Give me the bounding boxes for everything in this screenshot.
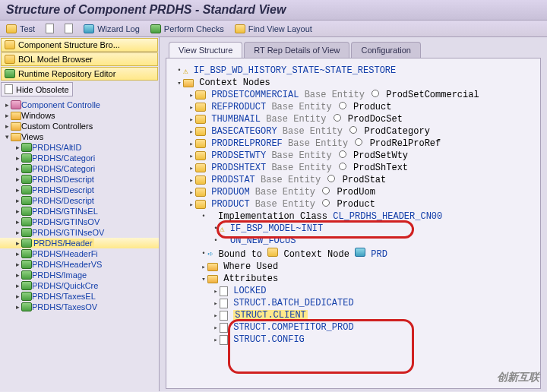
tree-item[interactable]: ▸Windows bbox=[0, 110, 159, 121]
expander-icon[interactable]: ▸ bbox=[14, 229, 21, 236]
tree-item[interactable]: ▸PRDHS/Image bbox=[0, 270, 159, 280]
expander-icon[interactable]: ▸ bbox=[14, 165, 21, 172]
content-tree-item[interactable]: ▸ REFPRODUCT Base Entity Product bbox=[172, 101, 534, 113]
expander-icon[interactable]: ▾ bbox=[3, 133, 11, 141]
expander-icon[interactable]: ▸ bbox=[3, 101, 11, 109]
expander-icon[interactable]: ▸ bbox=[14, 282, 21, 289]
expander-icon[interactable]: ▸ bbox=[14, 186, 21, 194]
expander-icon[interactable]: ▸ bbox=[3, 122, 11, 130]
tree-item[interactable]: ▸PRDHS/HeaderVS bbox=[0, 259, 159, 270]
content-tree-item[interactable]: ▸ PRODSHTEXT Base Entity ProdShText bbox=[172, 162, 534, 174]
content-tree-item[interactable]: ▾ Context Nodes bbox=[172, 77, 534, 89]
expander-icon[interactable]: • bbox=[175, 67, 183, 74]
content-tree-item[interactable]: ▸ STRUCT.CONFIG bbox=[172, 334, 534, 346]
expander-icon[interactable]: ▸ bbox=[212, 299, 220, 308]
content-tree-item[interactable]: ▸ PRODUCT Base Entity Product bbox=[172, 198, 534, 210]
tree-item[interactable]: ▸PRDHS/GTINsOV bbox=[0, 217, 159, 227]
expander-icon[interactable]: ▸ bbox=[3, 112, 11, 119]
radio-icon[interactable] bbox=[339, 150, 346, 158]
test-button[interactable]: Test bbox=[6, 24, 35, 33]
content-tree-item[interactable]: ▸ STRUCT.BATCH_DEDICATED bbox=[172, 297, 534, 309]
content-tree-item[interactable]: •⚠ IF_BSP_WD_HISTORY_STATE~STATE_RESTORE bbox=[172, 65, 534, 77]
radio-icon[interactable] bbox=[349, 126, 357, 134]
radio-icon[interactable] bbox=[322, 199, 330, 207]
expander-icon[interactable]: • bbox=[200, 213, 207, 220]
content-tree-item[interactable]: ▸ PRDSETCOMMERCIAL Base Entity ProdSetCo… bbox=[172, 89, 534, 101]
content-tree-item[interactable]: •ON_NEW_FOCUS bbox=[172, 235, 534, 247]
content-tree-item[interactable]: ▸ PRODSTAT Base Entity ProdStat bbox=[172, 174, 534, 186]
content-tree-item[interactable]: ▸ PRODRELPROREF Base Entity ProdRelProRe… bbox=[172, 138, 534, 150]
tree-item[interactable]: ▸PRDHS/Categori bbox=[0, 153, 159, 163]
tab-configuration[interactable]: Configuration bbox=[351, 42, 420, 58]
radio-icon[interactable] bbox=[355, 138, 362, 146]
tree-item[interactable]: ▸PRDHS/TaxesOV bbox=[0, 302, 159, 312]
tree-item[interactable]: ▸PRDHS/AltID bbox=[0, 142, 159, 153]
radio-icon[interactable] bbox=[372, 90, 379, 97]
tree-item[interactable]: ▸PRDHS/GTINseOV bbox=[0, 227, 159, 238]
expander-icon[interactable]: ▸ bbox=[188, 201, 195, 209]
expander-icon[interactable]: ▸ bbox=[188, 103, 195, 112]
tree-item[interactable]: ▸PRDHS/Descript bbox=[0, 195, 159, 206]
component-structure-browser-button[interactable]: Component Structure Bro... bbox=[1, 38, 158, 52]
tree-item[interactable]: ▸PRDHS/Descript bbox=[0, 185, 159, 195]
tree-item[interactable]: ▸PRDHS/Header bbox=[0, 238, 159, 248]
expander-icon[interactable]: ▸ bbox=[14, 144, 21, 151]
expander-icon[interactable]: ▸ bbox=[14, 207, 21, 215]
expander-icon[interactable]: ▸ bbox=[212, 324, 220, 332]
expander-icon[interactable]: ▸ bbox=[188, 164, 195, 172]
content-tree-item[interactable]: ▸ LOCKED bbox=[172, 285, 534, 297]
expander-icon[interactable]: ▸ bbox=[188, 128, 195, 136]
expander-icon[interactable]: ▸ bbox=[14, 175, 21, 183]
expander-icon[interactable]: ▸ bbox=[212, 336, 220, 344]
blank-btn2[interactable] bbox=[65, 24, 73, 33]
tab-rt-rep[interactable]: RT Rep Details of View bbox=[244, 42, 349, 58]
expander-icon[interactable]: ▸ bbox=[14, 250, 21, 258]
tree-item[interactable]: ▸Custom Controllers bbox=[0, 121, 159, 131]
expander-icon[interactable]: ▸ bbox=[188, 152, 195, 160]
hide-obsolete-button[interactable]: Hide Obsolete bbox=[1, 82, 73, 96]
content-tree-item[interactable]: ▾ Attributes bbox=[172, 273, 534, 285]
runtime-repository-editor-button[interactable]: Runtime Repository Editor bbox=[1, 67, 158, 81]
expander-icon[interactable]: ▸ bbox=[188, 140, 195, 148]
content-tree-item[interactable]: ▸ Where Used bbox=[172, 261, 534, 273]
expander-icon[interactable]: • bbox=[212, 237, 220, 245]
tree-item[interactable]: ▸PRDHS/Categori bbox=[0, 163, 159, 174]
content-tree-item[interactable]: ▸ THUMBNAIL Base Entity ProdDocSet bbox=[172, 113, 534, 125]
tree-item[interactable]: ▸PRDHS/HeaderFi bbox=[0, 248, 159, 259]
tree-item[interactable]: ▸PRDHS/TaxesEL bbox=[0, 291, 159, 302]
tree-item[interactable]: ▾Views bbox=[0, 131, 159, 142]
expander-icon[interactable]: • bbox=[212, 225, 220, 232]
expander-icon[interactable]: ▸ bbox=[188, 176, 195, 185]
expander-icon[interactable]: ▸ bbox=[14, 197, 21, 204]
expander-icon[interactable]: ▸ bbox=[14, 154, 21, 162]
content-tree-item[interactable]: ▸ PRODUOM Base Entity ProdUom bbox=[172, 186, 534, 198]
expander-icon[interactable]: ▸ bbox=[14, 303, 21, 311]
expander-icon[interactable]: ▾ bbox=[200, 275, 207, 283]
expander-icon[interactable]: ▸ bbox=[14, 292, 21, 300]
tab-view-structure[interactable]: View Structure bbox=[169, 42, 242, 58]
expander-icon[interactable]: ▸ bbox=[14, 218, 21, 226]
expander-icon[interactable]: ▸ bbox=[200, 263, 207, 271]
content-tree-item[interactable]: •⚠ IF_BSP_MODEL~INIT bbox=[172, 223, 534, 235]
content-tree-item[interactable]: •Implementation Class CL_PRDHS_HEADER_CN… bbox=[172, 210, 534, 223]
content-tree-item[interactable]: •➪ Bound to Context Node PRD bbox=[172, 247, 534, 261]
wizard-log-button[interactable]: Wizard Log bbox=[84, 24, 140, 33]
content-tree-item[interactable]: ▸ STRUCT.COMPETITOR_PROD bbox=[172, 321, 534, 334]
find-view-layout-button[interactable]: Find View Layout bbox=[235, 24, 312, 33]
expander-icon[interactable]: ▸ bbox=[212, 287, 220, 296]
content-tree-item[interactable]: ▸ PRODSETWTY Base Entity ProdSetWty bbox=[172, 150, 534, 162]
expander-icon[interactable]: ▸ bbox=[188, 188, 195, 197]
radio-icon[interactable] bbox=[327, 175, 335, 182]
tree-item[interactable]: ▸Component Controlle bbox=[0, 100, 159, 110]
expander-icon[interactable]: ▸ bbox=[212, 311, 220, 320]
expander-icon[interactable]: ▸ bbox=[14, 261, 21, 268]
expander-icon[interactable]: ▸ bbox=[188, 91, 195, 100]
expander-icon[interactable]: ▸ bbox=[188, 115, 195, 124]
content-tree-item[interactable]: ▸ BASECATEGORY Base Entity ProdCategory bbox=[172, 125, 534, 138]
bol-model-browser-button[interactable]: BOL Model Browser bbox=[1, 52, 158, 66]
expander-icon[interactable]: ▸ bbox=[14, 239, 21, 247]
blank-btn1[interactable] bbox=[46, 24, 54, 33]
tree-item[interactable]: ▸PRDHS/Descript bbox=[0, 174, 159, 185]
perform-checks-button[interactable]: Perform Checks bbox=[150, 24, 224, 33]
expander-icon[interactable]: • bbox=[200, 250, 207, 258]
